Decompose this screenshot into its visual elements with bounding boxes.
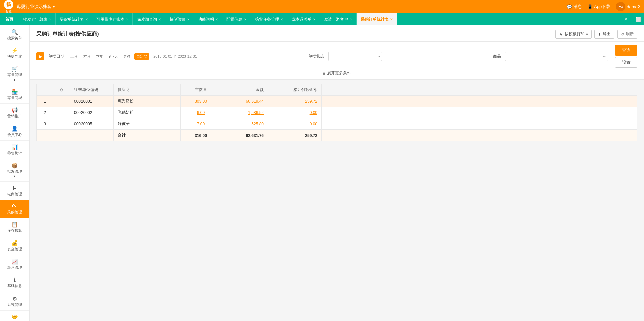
tab-config-info[interactable]: 配置信息 ✕ [222,13,251,25]
row-paid[interactable]: 0.00 [268,107,322,118]
sidebar-item-system[interactable]: ⚙ 系统管理 [0,292,29,311]
sidebar-item-retail-stats[interactable]: 📊 零售统计 [0,141,29,159]
col-header-code: 往来单位编码 [70,84,114,96]
col-header-settings[interactable]: ⚙ [53,84,70,96]
col-header-index [37,84,53,96]
print-chevron-icon: ▾ [586,32,588,37]
workspace-chevron-icon: ▾ [53,5,55,9]
sidebar-item-cooperation[interactable]: 🤝 企业协同 [0,311,29,321]
filter-toggle-button[interactable]: ▶ [36,52,44,60]
tab-available-stock[interactable]: 可用量库存账本 ✕ [92,13,133,25]
sidebar-item-basic-info[interactable]: ℹ 基础信息 [0,273,29,292]
row-amount[interactable]: 60,519.44 [221,96,268,107]
row-settings-cell [53,107,70,118]
table-row: 3 00020005 好孩子 7.00 525.80 0.00 [37,118,637,130]
shortcut-this-month[interactable]: 本月 [81,53,93,60]
shortcut-7days[interactable]: 近7天 [107,53,120,60]
goods-input-dots-icon[interactable]: ··· [603,54,606,59]
refresh-button[interactable]: ↻ 刷新 [617,30,637,39]
nav-tabs: 首页 收发存汇总表 ✕ 要货单统计表 ✕ 可用量库存账本 ✕ 保质期查询 ✕ 超… [0,13,644,25]
main-layout: 🔍 搜索英单 ⚡ 快捷导航 🛒 零售管理 ▲ 🏪 零售商城 📢 营销推广 👤 会… [0,25,644,321]
nav-right-buttons: ✕ ⬜ [620,13,644,25]
row-qty[interactable]: 6.00 [181,107,221,118]
tab-purchase-summary[interactable]: 要货单统计表 ✕ [56,13,92,25]
print-icon: 🖨 [559,32,563,37]
total-row-label: 合计 [114,130,181,141]
close-tab-config-info[interactable]: ✕ [244,18,247,21]
total-row: 合计 316.00 62,631.76 259.72 [37,130,637,141]
app-icon: 📱 [587,4,593,9]
sidebar-item-search[interactable]: 🔍 搜索英单 [0,25,29,44]
sidebar-item-wholesale[interactable]: 📦 批发管理 ▼ [0,159,29,181]
tab-overstock-warning[interactable]: 超储预警 ✕ [165,13,194,25]
workspace-selector[interactable]: 母婴行业演示账套 ▾ [17,4,55,10]
row-paid[interactable]: 0.00 [268,118,322,130]
sidebar-item-marketing[interactable]: 📢 营销推广 [0,104,29,122]
row-amount[interactable]: 525.80 [221,118,268,130]
sidebar-item-purchase[interactable]: 🛍 采购管理 [0,200,29,218]
tab-purchase-order-stats[interactable]: 采购订单统计表 ✕ [357,13,397,25]
basic-info-icon: ℹ [14,277,16,283]
wholesale-arrow-icon: ▼ [13,175,16,178]
sidebar-item-finance[interactable]: 💰 资金管理 [0,236,29,255]
message-button[interactable]: 💬 消息 [567,4,582,10]
app-download-button[interactable]: 📱 App下载 [587,4,610,10]
custom-date-tag[interactable]: 自定义 [134,53,149,60]
settings-button[interactable]: 设置 [615,57,637,68]
total-row-extra [322,130,637,141]
row-supplier: 飞鹤奶粉 [114,107,181,118]
print-button[interactable]: 🖨 按模板打印 ▾ [555,30,592,39]
tab-picking-task[interactable]: 拣货任务管理 ✕ [251,13,287,25]
close-tab-cost-adjust[interactable]: ✕ [313,18,316,21]
sidebar-item-operation[interactable]: 📈 经营管理 [0,255,29,273]
tab-receive-summary[interactable]: 收发存汇总表 ✕ [19,13,56,25]
nav-close-button[interactable]: ✕ [620,13,632,25]
row-code: 00020001 [70,96,114,107]
row-qty[interactable]: 303.00 [181,96,221,107]
shortcut-more[interactable]: 更多 [121,53,133,60]
close-tab-overstock-warning[interactable]: ✕ [187,18,190,21]
marketing-icon: 📢 [11,107,18,113]
page-actions: 🖨 按模板打印 ▾ ⬇ 导出 ↻ 刷新 [555,30,637,39]
shortcut-this-year[interactable]: 本年 [94,53,105,60]
shortcut-last-month[interactable]: 上月 [68,53,80,60]
tab-expiry-query[interactable]: 保质期查询 ✕ [133,13,165,25]
row-index: 3 [37,118,53,130]
total-row-index [37,130,53,141]
tab-function-desc[interactable]: 功能说明 ✕ [194,13,222,25]
nav-maximize-button[interactable]: ⬜ [632,13,644,25]
inventory-icon: 📋 [11,221,18,228]
export-button[interactable]: ⬇ 导出 [594,30,614,39]
close-tab-receive-summary[interactable]: ✕ [49,18,51,21]
goods-input[interactable] [505,52,608,61]
status-select[interactable] [328,52,382,61]
export-icon: ⬇ [598,32,601,37]
close-tab-picking-task[interactable]: ✕ [280,18,283,21]
query-button[interactable]: 查询 [615,45,637,56]
user-profile[interactable]: Ea demo2 [616,2,640,11]
sidebar-item-member[interactable]: 👤 会员中心 [0,122,29,141]
row-paid[interactable]: 259.72 [268,96,322,107]
row-supplier: 惠氏奶粉 [114,96,181,107]
table-row: 1 00020001 惠氏奶粉 303.00 60,519.44 259.72 [37,96,637,107]
sidebar-item-retail-mall[interactable]: 🏪 零售商城 [0,85,29,104]
expand-more-button[interactable]: ⊞ 展开更多条件 [322,70,351,76]
close-tab-purchase-summary[interactable]: ✕ [85,18,88,21]
sidebar-item-inventory[interactable]: 📋 库存核算 [0,218,29,236]
close-tab-expiry-query[interactable]: ✕ [158,18,161,21]
row-amount[interactable]: 1,586.52 [221,107,268,118]
sidebar-item-ecommerce[interactable]: 🖥 电商管理 [0,182,29,200]
row-qty[interactable]: 7.00 [181,118,221,130]
tab-cost-adjust[interactable]: 成本调整单 ✕ [287,13,320,25]
tab-home[interactable]: 首页 [0,13,19,25]
column-settings-icon[interactable]: ⚙ [60,88,63,92]
sidebar-item-retail[interactable]: 🛒 零售管理 ▲ [0,62,29,85]
close-tab-invite-downstream[interactable]: ✕ [350,18,352,21]
close-tab-available-stock[interactable]: ✕ [126,18,128,21]
sidebar-item-quick-nav[interactable]: ⚡ 快捷导航 [0,44,29,62]
member-icon: 👤 [11,125,18,132]
close-tab-purchase-order-stats[interactable]: ✕ [390,18,393,21]
close-tab-function-desc[interactable]: ✕ [215,18,218,21]
date-filter-label: 单据日期 [48,54,64,59]
tab-invite-downstream[interactable]: 邀请下游客户 ✕ [320,13,357,25]
